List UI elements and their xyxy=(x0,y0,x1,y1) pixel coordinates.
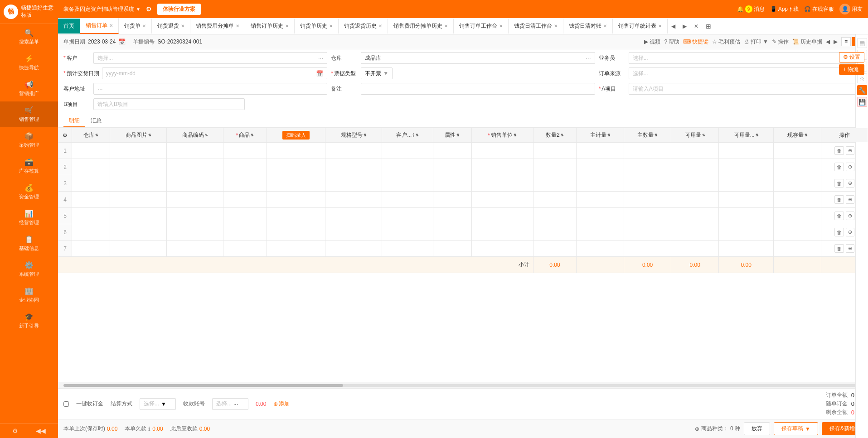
th-product-image[interactable]: 商品图片⇅ xyxy=(110,128,167,143)
tab-home[interactable]: 首页 xyxy=(58,19,80,34)
row4-customer-info[interactable] xyxy=(382,192,433,208)
row3-main-unit[interactable] xyxy=(577,175,624,192)
row5-delete-btn[interactable]: 🗑 xyxy=(834,212,844,220)
side-panel-btn-5[interactable]: 🔧 xyxy=(857,85,867,95)
sidebar-item-basic-info[interactable]: 📋 基础信息 xyxy=(0,231,58,256)
scrollbar-thumb[interactable] xyxy=(63,384,343,387)
tab-prev-btn[interactable]: ◀ xyxy=(668,20,679,32)
row6-customer-info[interactable] xyxy=(382,224,433,241)
warehouse-dots-icon[interactable]: ··· xyxy=(586,54,591,62)
row2-attribute[interactable] xyxy=(433,159,471,175)
tab-close-return-goods-history[interactable]: ✕ xyxy=(378,24,382,29)
row1-product-code[interactable] xyxy=(167,143,223,159)
row7-customer-info[interactable] xyxy=(382,241,433,257)
row3-qty2[interactable] xyxy=(533,175,577,192)
row7-copy-btn[interactable]: ⊕ xyxy=(846,244,854,253)
row4-delete-btn[interactable]: 🗑 xyxy=(834,195,844,204)
row7-sales-unit[interactable] xyxy=(471,241,533,257)
row1-product[interactable] xyxy=(223,143,267,159)
row6-main-unit[interactable] xyxy=(577,224,624,241)
row1-product-image[interactable] xyxy=(110,143,167,159)
sidebar-item-inventory[interactable]: 🗃️ 库存核算 xyxy=(0,153,58,179)
row6-available2[interactable] xyxy=(718,224,773,241)
delivery-input[interactable]: yyyy-mm-dd 📅 xyxy=(102,67,328,79)
row6-stock[interactable] xyxy=(774,224,821,241)
row2-customer-info[interactable] xyxy=(382,159,433,175)
tab-close-fee-split[interactable]: ✕ xyxy=(236,24,239,29)
th-spec[interactable]: 规格型号⇅ xyxy=(325,128,382,143)
detail-tab-summary[interactable]: 汇总 xyxy=(85,115,107,127)
th-scan[interactable]: 扫码录入 xyxy=(267,128,325,143)
solution-btn[interactable]: 体验行业方案 xyxy=(157,4,201,15)
row5-main-qty[interactable] xyxy=(624,208,671,224)
row5-spec[interactable] xyxy=(325,208,382,224)
row6-warehouse[interactable] xyxy=(72,224,110,241)
row6-product[interactable] xyxy=(223,224,267,241)
row2-available2[interactable] xyxy=(718,159,773,175)
row1-main-unit[interactable] xyxy=(577,143,624,159)
row4-scan[interactable] xyxy=(267,192,325,208)
topbar-gear-btn[interactable]: ⚙ xyxy=(144,4,154,14)
one-key-collect-checkbox[interactable] xyxy=(63,401,69,407)
row3-product-image[interactable] xyxy=(110,175,167,192)
sidebar-item-operations[interactable]: 📊 经营管理 xyxy=(0,205,58,231)
row3-scan[interactable] xyxy=(267,175,325,192)
side-panel-btn-1[interactable]: ▤ xyxy=(857,38,867,48)
row7-attribute[interactable] xyxy=(433,241,471,257)
row2-warehouse[interactable] xyxy=(72,159,110,175)
online-service-btn[interactable]: 🎧 在线客服 xyxy=(804,5,834,13)
th-warehouse[interactable]: 仓库⇅ xyxy=(72,128,110,143)
scan-input-btn[interactable]: 扫码录入 xyxy=(282,131,310,140)
row6-product-code[interactable] xyxy=(167,224,223,241)
tab-order-workbench[interactable]: 销售订单工作台 ✕ xyxy=(454,19,509,34)
row5-stock[interactable] xyxy=(774,208,821,224)
staff-input[interactable]: 选择... ··· xyxy=(629,52,863,64)
tab-close-return-goods[interactable]: ✕ xyxy=(181,24,184,29)
tab-close-sales-order[interactable]: ✕ xyxy=(109,23,113,28)
operation-btn[interactable]: ✎ 操作 xyxy=(772,38,789,46)
row7-scan[interactable] xyxy=(267,241,325,257)
row1-warehouse[interactable] xyxy=(72,143,110,159)
discard-btn[interactable]: 放弃 xyxy=(744,422,770,435)
row3-product-code[interactable] xyxy=(167,175,223,192)
nav-prev-btn[interactable]: ◀ xyxy=(826,39,830,45)
row6-copy-btn[interactable]: ⊕ xyxy=(846,228,854,236)
sidebar-item-quick-nav[interactable]: ⚡ 快捷导航 xyxy=(0,50,58,76)
row7-main-qty[interactable] xyxy=(624,241,671,257)
row6-main-qty[interactable] xyxy=(624,224,671,241)
tab-sales-order[interactable]: 销售订单 ✕ xyxy=(80,18,119,34)
tab-return-goods-history[interactable]: 销货退货历史 ✕ xyxy=(339,19,388,34)
help-btn[interactable]: ? 帮助 xyxy=(664,38,679,46)
row1-sales-unit[interactable] xyxy=(471,143,533,159)
sidebar-item-finance[interactable]: 💰 资金管理 xyxy=(0,179,58,205)
account-select[interactable]: 选择... ··· xyxy=(212,398,248,410)
row6-spec[interactable] xyxy=(325,224,382,241)
row2-product[interactable] xyxy=(223,159,267,175)
tab-sales-stats[interactable]: 销售订单统计表 ✕ xyxy=(613,19,668,34)
th-qty2[interactable]: 数量2⇅ xyxy=(533,128,577,143)
row2-sales-unit[interactable] xyxy=(471,159,533,175)
row6-scan[interactable] xyxy=(267,224,325,241)
warehouse-input[interactable]: 成品库 ··· xyxy=(361,52,595,64)
tab-cash-daily-clear[interactable]: 钱货日清工作台 ✕ xyxy=(509,19,563,34)
row3-customer-info[interactable] xyxy=(382,175,433,192)
b-project-input[interactable]: 请输入B项目 xyxy=(93,98,245,110)
row2-delete-btn[interactable]: 🗑 xyxy=(834,163,844,171)
sidebar-item-sales[interactable]: 🛒 销售管理 xyxy=(0,101,58,127)
th-main-unit[interactable]: 主计量⇅ xyxy=(577,128,624,143)
history-btn[interactable]: 📜 历史单据 xyxy=(792,38,822,46)
row5-available[interactable] xyxy=(671,208,719,224)
row1-attribute[interactable] xyxy=(433,143,471,159)
sidebar-item-system[interactable]: ⚙️ 系统管理 xyxy=(0,256,58,282)
tab-expand-btn[interactable]: ⊞ xyxy=(702,20,715,33)
row5-warehouse[interactable] xyxy=(72,208,110,224)
customer-input[interactable]: 选择... ··· xyxy=(93,52,327,64)
row2-spec[interactable] xyxy=(325,159,382,175)
row2-main-unit[interactable] xyxy=(577,159,624,175)
tab-return-goods[interactable]: 销货退货 ✕ xyxy=(152,19,190,34)
row7-available2[interactable] xyxy=(718,241,773,257)
row4-sales-unit[interactable] xyxy=(471,192,533,208)
row6-available[interactable] xyxy=(671,224,719,241)
row4-product-code[interactable] xyxy=(167,192,223,208)
row1-stock[interactable] xyxy=(774,143,821,159)
